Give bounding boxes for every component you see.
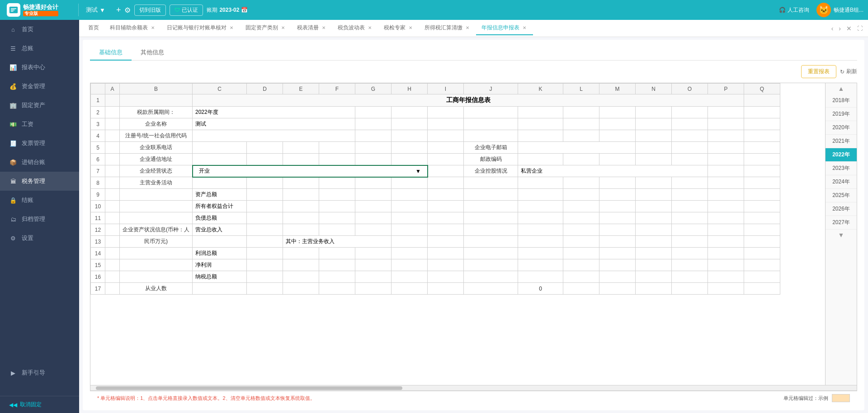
cell-11-D[interactable] [247, 212, 283, 224]
cell-2-Q[interactable] [744, 107, 780, 118]
cell-13-I[interactable] [428, 236, 464, 248]
cell-7-Q[interactable] [744, 165, 780, 177]
cell-2-C[interactable]: 2022年度 [193, 107, 355, 118]
cell-8-I[interactable] [428, 177, 464, 189]
cell-9-P[interactable] [708, 189, 744, 201]
cell-10-C[interactable]: 所有者权益合计 [193, 201, 247, 212]
cell-8-D[interactable] [247, 177, 283, 189]
cell-16-H[interactable] [392, 271, 428, 283]
cell-10-Q[interactable] [744, 201, 780, 212]
cell-11-K[interactable] [518, 212, 563, 224]
cell-8-G[interactable] [355, 177, 392, 189]
cell-9-A[interactable] [105, 189, 120, 201]
tab-tax_table[interactable]: 税表清册✕ [292, 21, 332, 35]
cell-6-L[interactable] [563, 154, 599, 165]
cell-2-J[interactable] [464, 107, 518, 118]
cell-14-Q[interactable] [744, 248, 780, 259]
cell-2-M[interactable] [599, 107, 636, 118]
cell-5-Q[interactable] [744, 142, 780, 154]
cell-5-I[interactable] [428, 142, 464, 154]
cell-11-P[interactable] [708, 212, 744, 224]
cell-13-E[interactable]: 其中：主营业务收入 [283, 236, 392, 248]
cell-12-F[interactable] [319, 224, 355, 236]
cell-11-A[interactable] [105, 212, 120, 224]
sidebar-item-invoice[interactable]: 🧾发票管理 [0, 134, 79, 153]
cell-13-D[interactable] [247, 236, 283, 248]
cell-4-B[interactable]: 注册号/统一社会信用代码 [120, 130, 193, 142]
cell-3-C[interactable]: 测试 [193, 118, 355, 130]
tab-close-tax_wave[interactable]: ✕ [367, 25, 373, 31]
cell-3-L[interactable] [563, 118, 599, 130]
subtab-basic[interactable]: 基础信息 [90, 45, 132, 61]
cell-15-J[interactable] [464, 259, 518, 271]
cell-2-L[interactable] [563, 107, 599, 118]
cell-4-H[interactable] [392, 130, 428, 142]
cell-7-P[interactable] [708, 165, 744, 177]
unpin-button[interactable]: ◀◀ 取消固定 [0, 396, 79, 413]
cell-2-G[interactable] [355, 107, 392, 118]
cell-13-A[interactable] [105, 236, 120, 248]
cell-4-C[interactable] [193, 130, 355, 142]
cell-4-A[interactable] [105, 130, 120, 142]
year-item[interactable]: 2022年 [826, 148, 857, 162]
tab-aux[interactable]: 科目辅助余额表✕ [104, 21, 161, 35]
cell-8-M[interactable] [599, 177, 636, 189]
cell-7-I[interactable] [428, 165, 464, 177]
cell-15-P[interactable] [708, 259, 744, 271]
cell-13-H[interactable] [392, 236, 428, 248]
cell-17-B[interactable]: 从业人数 [120, 283, 193, 295]
cell-11-G[interactable] [355, 212, 392, 224]
cell-9-J[interactable] [464, 189, 518, 201]
cell-2-O[interactable] [672, 107, 708, 118]
cell-6-F[interactable] [319, 154, 355, 165]
tab-tax_expert[interactable]: 税检专家✕ [378, 21, 419, 35]
cell-17-I[interactable] [428, 283, 464, 295]
spreadsheet[interactable]: ABCDEFGHIJKLMNOPQ1工商年报信息表2税款所属期间：2022年度3… [90, 83, 825, 385]
cell-8-K[interactable] [518, 177, 563, 189]
cell-8-B[interactable]: 主营业务活动 [120, 177, 193, 189]
cell-3-P[interactable] [708, 118, 744, 130]
cell-16-M[interactable] [599, 271, 636, 283]
cell-9-G[interactable] [355, 189, 392, 201]
cell-14-E[interactable] [283, 248, 319, 259]
cell-12-P[interactable] [708, 224, 744, 236]
cell-10-F[interactable] [319, 201, 355, 212]
cell-6-B[interactable]: 企业通信地址 [120, 154, 193, 165]
cell-13-L[interactable] [563, 236, 599, 248]
tab-prev-button[interactable]: ‹ [830, 24, 835, 33]
reset-report-button[interactable]: 重置报表 [801, 65, 836, 78]
cell-15-N[interactable] [636, 259, 672, 271]
cell-15-L[interactable] [563, 259, 599, 271]
sidebar-item-funds[interactable]: 💰资金管理 [0, 77, 79, 96]
cell-17-H[interactable] [392, 283, 428, 295]
cell-14-H[interactable] [392, 248, 428, 259]
cell-12-C[interactable]: 营业总收入 [193, 224, 247, 236]
cell-6-Q[interactable] [744, 154, 780, 165]
cell-11-Q[interactable] [744, 212, 780, 224]
company-selector[interactable]: 测试 ▼ [82, 4, 109, 16]
cell-13-Q[interactable] [744, 236, 780, 248]
cell-4-N[interactable] [636, 130, 672, 142]
cell-16-O[interactable] [672, 271, 708, 283]
cell-3-N[interactable] [636, 118, 672, 130]
cell-17-P[interactable] [708, 283, 744, 295]
tab-annual_report[interactable]: 年报信息申报表✕ [476, 21, 533, 35]
cell-15-M[interactable] [599, 259, 636, 271]
sidebar-item-home[interactable]: ⌂首页 [0, 20, 79, 39]
cell-4-J[interactable] [464, 130, 518, 142]
cell-16-F[interactable] [319, 271, 355, 283]
cell-10-E[interactable] [283, 201, 319, 212]
cell-8-Q[interactable] [744, 177, 780, 189]
cell-5-J[interactable]: 企业电子邮箱 [464, 142, 518, 154]
sidebar-item-payroll[interactable]: 💵工资 [0, 115, 79, 134]
cell-5-G[interactable] [355, 142, 392, 154]
cell-12-K[interactable] [518, 224, 563, 236]
cell-9-K[interactable] [518, 189, 563, 201]
cell-6-G[interactable] [355, 154, 392, 165]
cell-5-N[interactable] [636, 142, 672, 154]
cell-7-K[interactable]: 私营企业 [518, 165, 708, 177]
cell-2-I[interactable] [428, 107, 464, 118]
cell-7-B[interactable]: 企业经营状态 [120, 165, 193, 177]
cell-9-I[interactable] [428, 189, 464, 201]
cell-7-C[interactable]: 开业▼ [193, 165, 428, 177]
